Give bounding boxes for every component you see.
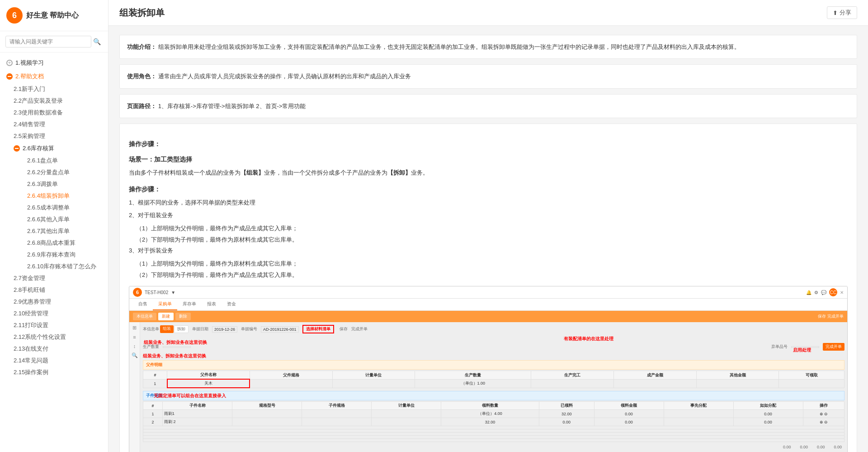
sim-lower-table: # 子件名称 规格型号 子件规格 计量单位 领料数量 已领料 领料金额 事先分配: [143, 401, 844, 442]
sidebar-item-other-inbound[interactable]: 2.6.6其他入库单: [27, 214, 108, 225]
sidebar-item-print[interactable]: 2.11打印设置: [14, 319, 108, 331]
sidebar-item-newuser[interactable]: 2.1新手入门: [14, 83, 108, 95]
sim-form-content: 本信息单 组装 拆卸 单据日期 2019-12-26 单据编号 AD-20191…: [140, 322, 847, 452]
sidebar-item-cases[interactable]: 2.15操作案例: [14, 366, 108, 378]
sidebar-item-payment[interactable]: 2.13在线支付: [14, 343, 108, 355]
sim-lower-th-spec: 规格型号: [232, 402, 302, 410]
sidebar-item-assembly[interactable]: 2.6.4组装拆卸单: [27, 190, 108, 202]
sim-upper-td-spec: [250, 379, 332, 388]
sim-user-avatar: CC: [829, 288, 837, 296]
sim-lower-th-amount: 领料金额: [594, 402, 664, 410]
sidebar-item-install[interactable]: 2.2产品安装及登录: [14, 95, 108, 107]
user-role-section: 使用角色： 通常由生产人员或库管人员完成拆装业务的操作，库管人员确认原材料的出库…: [119, 64, 857, 88]
search-button[interactable]: 🔍: [91, 38, 103, 45]
sidebar-item-customize[interactable]: 2.12系统个性化设置: [14, 331, 108, 343]
sim-tab-purchase[interactable]: 采购单: [153, 299, 177, 310]
sim-order-value[interactable]: AD-20191226-001: [261, 326, 299, 333]
sim-upper-td-name[interactable]: 关木: [167, 379, 250, 388]
sim-lower-th-alloc: 如如分配: [733, 402, 803, 410]
sidebar-item-purchase[interactable]: 2.5采购管理: [14, 130, 108, 142]
app-logo-icon: 6: [6, 7, 23, 24]
sidebar-item-inventory[interactable]: 2.6库存核算: [14, 142, 108, 155]
sim-lower-td-1-unit: [372, 410, 441, 418]
sim-lower-th-subspec: 子件规格: [302, 402, 372, 410]
sim-upper-td-unit: [332, 379, 415, 388]
sim-lower-row-3: [143, 426, 844, 429]
sim-upper-td-amount: [614, 379, 697, 388]
sim-lower-th-prealloc: 事先分配: [664, 402, 733, 410]
sim-btn-info[interactable]: 本信息单: [133, 313, 156, 320]
sidebar-item-management[interactable]: 2.10经营管理: [14, 308, 108, 319]
sim-apply-btn[interactable]: 完成开单: [823, 343, 844, 351]
sim-upper-table-title: 父件明细: [143, 360, 844, 370]
sim-icon-chat: 💬: [821, 290, 826, 295]
sim-save-btn[interactable]: 保存: [340, 326, 348, 332]
sim-form-row1: 本信息单 组装 拆卸 单据日期 2019-12-26 单据编号 AD-20191…: [143, 325, 844, 333]
sim-dropdown-arrow: ▼: [171, 290, 175, 295]
sidebar-search-area: 🔍: [0, 31, 108, 52]
sim-lower-td-2-amount: 0.00: [594, 418, 664, 426]
sidebar-item-ledger-fix[interactable]: 2.6.10库存账本错了怎么办: [27, 261, 108, 272]
search-input[interactable]: [5, 36, 91, 48]
sim-pagination: 保存 完成开单: [818, 314, 844, 319]
sim-date-value[interactable]: 2019-12-26: [212, 326, 237, 333]
sim-btn-delete[interactable]: 删除: [175, 313, 191, 320]
sim-lower-row-4: [143, 429, 844, 433]
sim-lower-table-title: 子件明细: [143, 391, 844, 400]
sidebar-item-ledger-query[interactable]: 2.6.9库存账本查询: [27, 249, 108, 261]
sim-lower-td-2-ops: ⊕ ⊖: [803, 418, 844, 426]
sidebar-item-stocktake[interactable]: 2.6.1盘点单: [27, 155, 108, 167]
sim-type-assembly[interactable]: 组装: [160, 325, 174, 333]
sim-lower-td-1-spec: [232, 410, 302, 418]
sim-side-icon-3: ↕: [133, 343, 136, 349]
sim-lower-th-unit: 计量单位: [372, 402, 441, 410]
sim-lower-th-issued: 已领料: [539, 402, 594, 410]
sidebar-item-video-learning[interactable]: 1.视频学习: [0, 56, 108, 70]
sim-tab-sales[interactable]: 自售: [133, 299, 153, 310]
share-button[interactable]: ⬆ 分享: [827, 6, 857, 19]
sidebar-item-other-outbound[interactable]: 2.6.7其他出库单: [27, 225, 108, 237]
sim-body: ⊞ ≡ ↕ 🔍 本信息单 组装: [129, 322, 847, 452]
sim-upper-th-other: 其他金额: [696, 371, 779, 380]
sim-date-label: 单据日期: [192, 326, 208, 332]
sim-type-disassembly[interactable]: 拆卸: [174, 325, 189, 333]
screenshot-container: 6 TEST-H002 ▼ 🔔 ⚙ 💬 CC ✕ 自售 采购单 库存单 报表: [129, 286, 848, 452]
sim-tab-reports[interactable]: 报表: [202, 299, 222, 310]
sim-icon-settings: ⚙: [814, 290, 818, 295]
sim-enable-input[interactable]: [791, 346, 819, 348]
sim-warehouse-select-btn[interactable]: 选择材料清单: [302, 325, 334, 333]
sidebar-item-coupon[interactable]: 2.9优惠券管理: [14, 296, 108, 308]
sidebar-item-partial-stocktake[interactable]: 2.6.2分量盘点单: [27, 167, 108, 178]
sim-lower-th-name: 子件名称: [163, 402, 232, 410]
sidebar-item-cost-adjust[interactable]: 2.6.5成本调整单: [27, 202, 108, 214]
sim-total-3: 0.00: [817, 445, 825, 449]
sim-tab-finance[interactable]: 资金: [222, 299, 241, 310]
sidebar-item-finance[interactable]: 2.7资金管理: [14, 272, 108, 284]
sim-lower-td-2-unit: [372, 418, 441, 426]
sim-enable-label: 弃单品号: [771, 344, 788, 350]
sim-side-icon-2: ≡: [133, 334, 136, 340]
sidebar-item-mobile[interactable]: 2.8手机旺铺: [14, 284, 108, 296]
sidebar-item-sales[interactable]: 2.4销售管理: [14, 119, 108, 130]
sidebar-item-transfer[interactable]: 2.6.3调拨单: [27, 178, 108, 190]
sim-type-label: 本信息单: [143, 326, 159, 332]
sidebar-item-help-docs[interactable]: 2.帮助文档: [0, 70, 108, 83]
sim-tab-inventory[interactable]: 库存单: [177, 299, 202, 310]
sidebar-item-dataprep[interactable]: 2.3使用前数据准备: [14, 107, 108, 119]
sim-total-1: 0.00: [783, 445, 791, 449]
sidebar-item-cost-recalc[interactable]: 2.6.8商品成本重算: [27, 237, 108, 249]
sidebar-item-faq[interactable]: 2.14常见问题: [14, 355, 108, 366]
collapse-icon: [6, 73, 13, 80]
main-content: 功能介绍： 组装拆卸单用来处理企业组装或拆卸等加工业务，支持有固定装配清单的产品…: [108, 26, 868, 452]
sim-btn-new[interactable]: 新建: [158, 313, 174, 320]
assembly-step1: （1）上部明细为父件明细，最终作为产成品生成其它入库单；: [129, 223, 848, 234]
sim-lower-row-7: [143, 439, 844, 442]
sim-finish-btn[interactable]: 完成开单: [351, 326, 368, 332]
sim-upper-td-qty: （单位）1.00: [415, 379, 531, 388]
sim-order-label: 单据编号: [241, 326, 257, 332]
sim-lower-td-2-issued: 0.00: [539, 418, 594, 426]
expand-icon: [6, 60, 13, 66]
main-area: 组装拆卸单 ⬆ 分享 功能介绍： 组装拆卸单用来处理企业组装或拆卸等加工业务，支…: [108, 0, 868, 452]
sim-qty-input[interactable]: [163, 346, 191, 348]
disassembly-step2: （2）下部明细为子件明细，最终作为产成品生成其它入库单。: [129, 270, 848, 281]
